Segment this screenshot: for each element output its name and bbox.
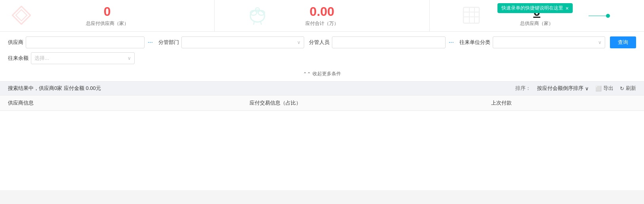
- department-arrow-icon: ∨: [297, 40, 301, 45]
- refresh-label: 刷新: [626, 85, 636, 92]
- department-select[interactable]: ∨: [181, 36, 304, 48]
- unit-label: 往来单位分类: [459, 39, 490, 46]
- export-icon: ⬜: [595, 86, 602, 92]
- collapse-up-icon: ⌃⌃: [303, 71, 311, 77]
- filter-group-unit: 往来单位分类 ∨: [459, 36, 605, 48]
- collapse-button[interactable]: ⌃⌃ 收起更多条件: [303, 71, 341, 77]
- results-bar: 搜索结果中，供应商0家 应付金额 0.00元 排序： 按应付会额倒序排序 ∨ ⬜…: [0, 82, 644, 95]
- stat-label-2: 应付合计（万）: [305, 20, 339, 27]
- table-header: 供应商信息 应付交易信息（占比） 上次付款: [0, 95, 644, 111]
- supplier-label: 供应商: [8, 39, 23, 46]
- pig-icon: [246, 4, 269, 28]
- export-label: 导出: [603, 85, 614, 92]
- collapse-label: 收起更多条件: [312, 71, 341, 77]
- col-header-last-payment: 上次付款: [491, 99, 636, 107]
- svg-line-7: [261, 22, 261, 25]
- filter-bar: 供应商 ··· 分管部门 ∨ 分管人员 ··· 往来单位分类 ∨ 查询: [0, 32, 644, 82]
- filter-row-2: 往来余额 选择... ∨: [8, 52, 135, 64]
- filter-group-department: 分管部门 ∨: [158, 36, 304, 48]
- query-button[interactable]: 查询: [610, 36, 636, 48]
- stat-center-1: 0 总应付供应商（家）: [86, 5, 129, 27]
- collapse-row: ⌃⌃ 收起更多条件: [8, 68, 636, 81]
- tooltip-bubble: 快速录单的快捷键说明在这里 ×: [497, 3, 573, 13]
- refresh-button[interactable]: ↻ 刷新: [620, 85, 636, 92]
- person-label: 分管人员: [309, 39, 330, 46]
- tooltip-line: [589, 16, 608, 16]
- unit-select[interactable]: ∨: [493, 36, 605, 48]
- stat-total-payable-suppliers: 0 总应付供应商（家）: [0, 0, 215, 32]
- table-container: 供应商信息 应付交易信息（占比） 上次付款: [0, 95, 644, 190]
- svg-rect-0: [12, 6, 30, 24]
- stat-label-3: 总供应商（家）: [520, 20, 553, 27]
- refresh-icon: ↻: [620, 86, 624, 92]
- stat-center-2: 0.00 应付合计（万）: [305, 5, 339, 27]
- sort-select[interactable]: 按应付会额倒序排序 ∨: [537, 85, 589, 92]
- filter-group-supplier: 供应商 ···: [8, 36, 154, 48]
- stat-number-2: 0.00: [310, 5, 334, 19]
- svg-rect-8: [463, 8, 479, 23]
- tooltip-text: 快速录单的快捷键说明在这里: [501, 5, 563, 11]
- stats-bar: 0 总应付供应商（家） 0.00 应付合计（万） 快速录单的快捷键说明在这里 ×: [0, 0, 644, 32]
- department-label: 分管部门: [158, 39, 179, 46]
- svg-line-6: [253, 22, 254, 25]
- balance-select[interactable]: 选择... ∨: [31, 52, 135, 64]
- balance-label: 往来余额: [8, 55, 29, 62]
- stat-total-suppliers: 快速录单的快捷键说明在这里 × 0 总供应商（家）: [430, 0, 644, 32]
- unit-arrow-icon: ∨: [598, 40, 602, 45]
- stat-payable-total: 0.00 应付合计（万）: [215, 0, 429, 32]
- filter-group-balance: 往来余额 选择... ∨: [8, 52, 135, 64]
- person-dots-btn[interactable]: ···: [448, 39, 455, 46]
- person-input[interactable]: [332, 36, 446, 48]
- sort-label: 排序：: [515, 85, 531, 92]
- results-right: 排序： 按应付会额倒序排序 ∨ ⬜ 导出 ↻ 刷新: [515, 85, 636, 92]
- filter-group-person: 分管人员 ···: [309, 36, 455, 48]
- diamond-icon: [12, 6, 31, 26]
- balance-placeholder: 选择...: [34, 55, 49, 62]
- results-summary: 搜索结果中，供应商0家 应付金额 0.00元: [8, 85, 101, 92]
- close-icon[interactable]: ×: [566, 6, 569, 11]
- sort-arrow-icon: ∨: [585, 86, 589, 92]
- col-header-transaction-info: 应付交易信息（占比）: [250, 99, 491, 107]
- stat-number-1: 0: [104, 5, 111, 19]
- col-header-supplier-info: 供应商信息: [8, 99, 250, 107]
- stat-label-1: 总应付供应商（家）: [86, 20, 129, 27]
- svg-rect-1: [16, 10, 27, 21]
- tooltip-dot: [606, 14, 610, 18]
- supplier-dots-btn[interactable]: ···: [147, 39, 154, 46]
- table-icon: [461, 6, 481, 27]
- filter-row-1: 供应商 ··· 分管部门 ∨ 分管人员 ··· 往来单位分类 ∨ 查询: [8, 36, 636, 48]
- supplier-input[interactable]: [26, 36, 145, 48]
- table-body: [0, 111, 644, 190]
- export-button[interactable]: ⬜ 导出: [595, 85, 614, 92]
- sort-value: 按应付会额倒序排序: [537, 85, 583, 92]
- balance-arrow-icon: ∨: [128, 55, 131, 61]
